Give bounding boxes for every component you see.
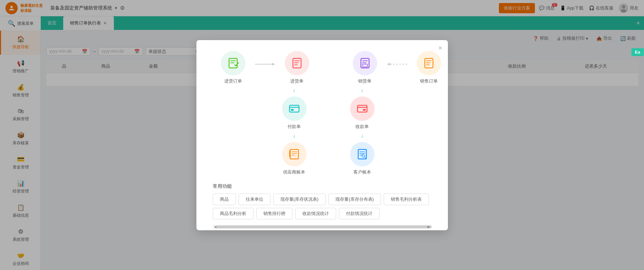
purchase-bill-label: 进货单 [290,78,303,84]
sales-order-circle[interactable] [417,51,441,75]
arrow-pb-down: ↓ [274,85,315,96]
svg-rect-24 [291,109,294,111]
sales-order-label: 销售订单 [420,78,438,84]
supplier-ledger-label: 供应商账本 [283,169,305,175]
flow-item-receipt: 收款单 [342,96,383,130]
arrow-payment-down: ↓ [274,130,315,141]
svg-marker-7 [272,63,275,66]
func-btn-5[interactable]: 商品毛利分析 [213,208,254,219]
sales-bill-label: 销货单 [358,78,371,84]
flow-row-3: 供应商账本 客户账本 [213,142,383,175]
supplier-ledger-circle[interactable] [282,142,307,166]
svg-rect-22 [290,105,299,112]
func-btn-1[interactable]: 往来单位 [239,194,271,205]
flow-item-customer-ledger: 客户账本 [342,142,383,175]
func-btn-3[interactable]: 现存量(库存分布表) [328,194,381,205]
svg-rect-28 [290,149,298,159]
payment-label: 付款单 [288,124,301,130]
flow-item-sales-bill: 销货单 [345,51,385,84]
receipt-circle[interactable] [350,96,375,121]
flow-item-purchase-order: 进货订单 [213,51,254,84]
svg-rect-15 [363,64,367,67]
svg-marker-16 [387,63,390,66]
svg-rect-25 [358,105,367,112]
common-title: 常用功能 [213,183,432,190]
flow-row-1: 进货订单 进货单 [213,51,448,84]
func-btn-0[interactable]: 商品 [213,194,236,205]
modal-close-btn[interactable]: × [438,44,442,52]
flow-item-supplier-ledger: 供应商账本 [274,142,315,175]
scrollbar-thumb[interactable] [216,226,432,228]
sales-bill-circle[interactable] [353,51,377,75]
arrow-sb-down: ↓ [342,85,383,96]
purchase-order-label: 进货订单 [224,78,242,84]
func-btn-8[interactable]: 付款情况统计 [339,208,380,219]
ea-badge: Ea [631,48,644,56]
flow-item-payment: 付款单 [274,96,315,130]
modal-scrollbar[interactable]: ◀ ▶ [213,225,432,229]
svg-rect-32 [289,150,291,157]
common-functions-section: 常用功能 商品往来单位现存量(库存状况表)现存量(库存分布表)销售毛利分析表商品… [213,183,432,219]
func-btn-2[interactable]: 现存量(库存状况表) [273,194,326,205]
svg-line-38 [364,157,366,158]
purchase-bill-circle[interactable] [285,51,309,75]
flow-arrows-down-row2: ↓ ↓ [213,130,383,141]
modal-overlay[interactable]: × 进货订单 [0,0,644,270]
arrow-po-to-pb [255,61,275,74]
arrow-so-to-sb [387,61,407,74]
scroll-right-btn[interactable]: ▶ [426,225,432,229]
func-btn-7[interactable]: 收款情况统计 [295,208,336,219]
payment-circle[interactable] [282,96,307,121]
purchase-order-circle[interactable] [221,51,245,75]
svg-point-37 [362,155,365,157]
flow-row-2: 付款单 收款单 [213,96,383,130]
func-grid: 商品往来单位现存量(库存状况表)现存量(库存分布表)销售毛利分析表商品毛利分析销… [213,194,432,219]
customer-ledger-circle[interactable] [350,142,375,166]
func-btn-6[interactable]: 销售排行榜 [256,208,293,219]
flow-item-sales-order: 销售订单 [408,51,448,84]
flow-modal: × 进货订单 [196,40,448,230]
flow-item-purchase-bill: 进货单 [277,51,317,84]
customer-ledger-label: 客户账本 [353,169,371,175]
receipt-label: 收款单 [355,124,369,130]
func-btn-4[interactable]: 销售毛利分析表 [384,194,429,205]
flow-diagram: 进货订单 进货单 [213,51,432,175]
flow-arrows-down-row: ↓ ↓ [213,85,444,96]
svg-rect-27 [363,109,366,111]
arrow-receipt-down: ↓ [342,130,383,141]
